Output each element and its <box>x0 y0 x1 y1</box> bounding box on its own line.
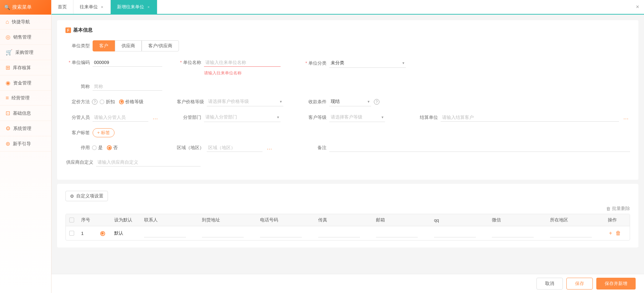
default-radio-inner <box>101 232 104 235</box>
tab-home[interactable]: 首页 <box>52 0 73 14</box>
payment-select[interactable]: 现结 ▾ <box>329 97 371 106</box>
td-checkbox <box>66 226 78 241</box>
manager-dots-btn[interactable]: … <box>151 114 159 121</box>
sidebar-item-basic-info[interactable]: ⊡ 基础信息 <box>0 106 51 121</box>
price-level-select[interactable]: 请选择客户价格等级 ▾ <box>207 97 283 106</box>
unit-btn-both[interactable]: 客户/供应商 <box>142 40 179 51</box>
td-qq[interactable] <box>431 226 489 241</box>
close-all-tabs[interactable]: × <box>631 0 644 14</box>
remark-input[interactable] <box>329 144 630 152</box>
radio-discount[interactable]: 折扣 <box>100 99 115 105</box>
name-label: 单位名称 <box>177 59 201 66</box>
section-title-text: 基本信息 <box>73 27 93 33</box>
close-partner-list-tab[interactable]: × <box>100 5 104 9</box>
th-email: 邮箱 <box>372 214 431 226</box>
td-contact[interactable] <box>141 226 199 241</box>
close-new-partner-tab[interactable]: × <box>146 5 150 9</box>
batch-area: 🗑 批量删除 <box>65 205 630 212</box>
sidebar-item-guide[interactable]: ⊛ 新手引导 <box>0 136 51 152</box>
td-action: + 🗑 <box>604 226 630 241</box>
settlement-dots-btn[interactable]: … <box>622 114 630 121</box>
save-new-button[interactable]: 保存并新增 <box>596 278 636 290</box>
code-input[interactable] <box>93 58 162 67</box>
add-row-btn[interactable]: + <box>608 230 613 236</box>
radio-disabled-no[interactable]: 否 <box>107 145 118 151</box>
th-default: 设为默认 <box>111 214 141 226</box>
region-dots-btn[interactable]: … <box>265 145 274 151</box>
short-name-input[interactable] <box>93 82 162 91</box>
sidebar-search[interactable]: 🔍 搜索菜单 <box>0 0 51 15</box>
unit-btn-customer[interactable]: 客户 <box>93 40 115 51</box>
row-checkbox[interactable] <box>69 231 74 236</box>
radio-price-level-label: 价格等级 <box>125 99 143 105</box>
name-input[interactable] <box>204 58 281 67</box>
tab-partner-list[interactable]: 往来单位 × <box>73 0 111 14</box>
sidebar-item-inventory[interactable]: ⊞ 库存核算 <box>0 60 51 75</box>
sidebar-item-purchase[interactable]: 🛒 采购管理 <box>0 45 51 60</box>
default-radio[interactable] <box>100 231 105 236</box>
region-input[interactable] <box>207 144 262 152</box>
pricing-help-icon[interactable]: ? <box>92 99 97 105</box>
inventory-icon: ⊞ <box>6 64 10 71</box>
dept-label: 分管部门 <box>177 114 201 121</box>
delete-row-btn[interactable]: 🗑 <box>614 230 622 236</box>
radio-outer-checked <box>119 99 124 104</box>
sidebar-item-label: 库存核算 <box>13 65 31 71</box>
price-level-label: 客户价格等级 <box>177 99 204 105</box>
sidebar-item-finance[interactable]: ◉ 资金管理 <box>0 75 51 91</box>
supplier-custom-input[interactable] <box>96 158 201 166</box>
customer-level-placeholder: 请选择客户等级 <box>331 114 380 120</box>
disabled-label: 停用 <box>65 145 90 151</box>
dept-select[interactable]: 请输入分管部门 ▾ <box>204 113 281 122</box>
th-region: 所在地区 <box>547 214 605 226</box>
td-wechat[interactable] <box>488 226 547 241</box>
td-phone[interactable] <box>257 226 315 241</box>
payment-label: 收款条件 <box>302 99 327 105</box>
tab-partner-list-label: 往来单位 <box>80 4 98 10</box>
disabled-radio-group: 是 否 <box>92 145 118 151</box>
save-button[interactable]: 保存 <box>566 278 593 290</box>
sidebar-item-quick-nav[interactable]: ⌂ 快捷导航 <box>0 15 51 30</box>
sidebar-item-sales[interactable]: ◎ 销售管理 <box>0 30 51 45</box>
sidebar-item-label: 销售管理 <box>13 34 31 40</box>
th-qq: qq <box>431 214 489 226</box>
sidebar-item-operations[interactable]: ≡ 经营管理 <box>0 91 51 106</box>
system-icon: ⚙ <box>6 125 10 132</box>
custom-settings-label: 自定义项设置 <box>76 193 103 199</box>
settlement-input[interactable] <box>441 113 619 122</box>
td-fax[interactable] <box>315 226 373 241</box>
sidebar-item-system[interactable]: ⚙ 系统管理 <box>0 121 51 136</box>
payment-value: 现结 <box>331 98 366 105</box>
custom-settings-btn[interactable]: ⚙ 自定义项设置 <box>65 191 108 201</box>
basic-info-icon: ⊡ <box>6 110 10 116</box>
td-radio-cell <box>97 226 111 241</box>
guide-icon: ⊛ <box>6 140 10 147</box>
td-region[interactable] <box>547 226 605 241</box>
radio-price-level[interactable]: 价格等级 <box>119 99 143 105</box>
td-email[interactable] <box>372 226 431 241</box>
payment-help-icon[interactable]: ? <box>374 99 379 105</box>
manager-input[interactable] <box>93 113 148 122</box>
add-tag-btn[interactable]: + 标签 <box>93 128 115 137</box>
code-label: 单位编码 <box>65 59 90 66</box>
footer-bar: 取消 保存 保存并新增 <box>52 274 644 293</box>
pricing-label: 定价方法 <box>65 99 90 105</box>
radio-inner <box>120 100 123 103</box>
sidebar-item-label: 系统管理 <box>13 125 31 132</box>
finance-icon: ◉ <box>6 80 10 86</box>
tab-new-partner[interactable]: 新增往来单位 × <box>111 0 157 14</box>
cancel-button[interactable]: 取消 <box>536 278 563 290</box>
td-address[interactable] <box>198 226 257 241</box>
sidebar-item-label: 经营管理 <box>11 95 30 101</box>
unit-btn-supplier[interactable]: 供应商 <box>115 40 142 51</box>
batch-delete-btn[interactable]: 🗑 批量删除 <box>606 205 630 212</box>
category-select[interactable]: 未分类 ▾ <box>329 58 406 68</box>
section-icon: F <box>65 27 71 33</box>
th-phone: 电话号码 <box>257 214 315 226</box>
th-select-all <box>66 214 78 226</box>
section-title: F 基本信息 <box>65 27 630 33</box>
radio-disabled-yes[interactable]: 是 <box>92 145 103 151</box>
select-all-checkbox[interactable] <box>69 218 74 222</box>
customer-level-select[interactable]: 请选择客户等级 ▾ <box>329 113 385 122</box>
sales-icon: ◎ <box>6 34 10 40</box>
